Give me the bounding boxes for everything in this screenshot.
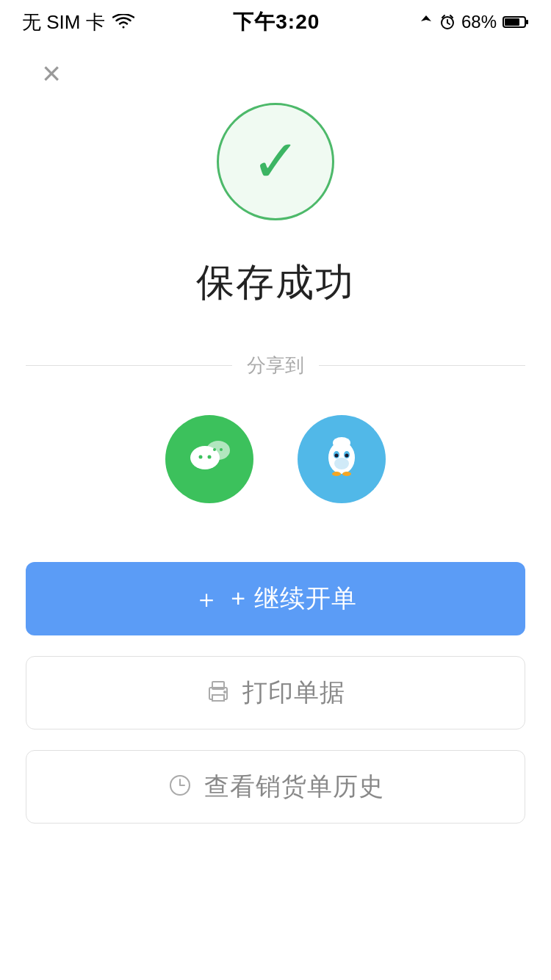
svg-rect-6 [505,18,519,26]
no-sim-text: 无 SIM 卡 [22,10,105,35]
svg-point-21 [342,472,351,476]
svg-point-20 [332,472,341,476]
close-icon: × [42,57,61,90]
svg-point-18 [345,454,349,458]
status-right: 68% [419,12,529,32]
svg-point-10 [199,455,203,459]
svg-point-11 [208,455,212,459]
print-button-label: 打印单据 [242,676,345,710]
alarm-icon [439,14,455,30]
close-button[interactable]: × [29,51,73,96]
qq-share-button[interactable] [298,415,386,503]
checkmark-icon: ✓ [251,132,300,191]
svg-point-13 [220,448,223,451]
share-divider: 分享到 [26,353,525,378]
status-bar: 无 SIM 卡 下午3:20 68% [0,0,551,44]
svg-rect-26 [212,695,224,701]
success-circle: ✓ [217,103,334,220]
success-title: 保存成功 [196,257,355,309]
battery-percent: 68% [461,12,497,32]
svg-point-12 [213,448,216,451]
wechat-icon [183,433,236,486]
wifi-icon [112,14,134,30]
share-icons-row [165,415,386,503]
qq-icon [318,436,365,483]
svg-point-23 [333,437,350,449]
plus-icon: ＋ [194,586,219,611]
print-button[interactable]: 打印单据 [26,656,525,729]
action-buttons: ＋ + 继续开单 打印单据 查看销货单历 [26,562,525,824]
svg-point-22 [334,458,349,469]
print-icon [206,679,231,707]
status-time: 下午3:20 [233,8,320,36]
share-label: 分享到 [232,353,319,378]
location-icon [419,14,433,30]
wechat-share-button[interactable] [165,415,253,503]
history-button-label: 查看销货单历史 [204,770,384,804]
svg-rect-7 [526,20,528,24]
history-icon [168,773,192,801]
history-button[interactable]: 查看销货单历史 [26,750,525,824]
main-content: ✓ 保存成功 分享到 [0,44,551,824]
battery-icon [503,15,529,29]
status-left: 无 SIM 卡 [22,10,134,35]
continue-button-label: + 继续开单 [231,582,356,616]
svg-point-27 [223,691,226,693]
svg-point-16 [335,454,339,458]
svg-line-2 [447,23,450,24]
continue-button[interactable]: ＋ + 继续开单 [26,562,525,635]
